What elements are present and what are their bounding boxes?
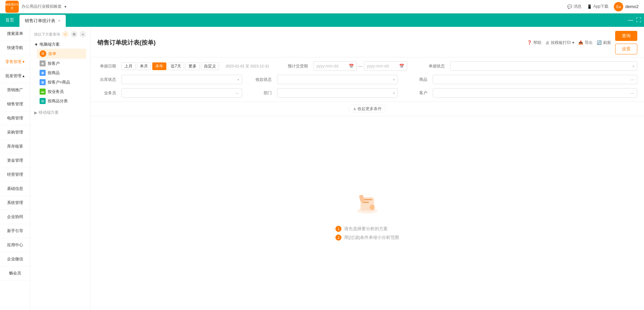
goods-select[interactable]: ··· (433, 75, 637, 84)
title-dropdown[interactable]: ▾ (64, 4, 66, 9)
scheme-goods-icon: ▦ (40, 70, 46, 76)
sidebar-item-ecommerce[interactable]: 电商管理 (0, 111, 30, 125)
expected-date-label: 预计交货期 (288, 63, 308, 69)
sidebar: 搜索菜单 快捷导航 零售管理 ▾ 批发管理 ▴ 营销推广 销售管理 电商管理 采… (0, 27, 30, 310)
scheme-item-customer[interactable]: ◉ 按客户 (37, 59, 86, 68)
user-name: demo2 (625, 4, 639, 9)
sidebar-item-wechat[interactable]: 企业微信 (0, 252, 30, 266)
sidebar-item-apps[interactable]: 应用中心 (0, 238, 30, 252)
top-bar: 畅捷通好生意 办公用品行业模拟账套 ▾ 💬 消息 📱 App下载 Ea demo… (0, 0, 644, 13)
collapse-btn[interactable]: ∧ 收起更多条件 (349, 105, 386, 113)
sidebar-item-marketing[interactable]: 营销推广 (0, 83, 30, 97)
date-btn-lastmonth[interactable]: 上月 (121, 62, 136, 70)
sidebar-item-operations[interactable]: 经营管理 (0, 168, 30, 182)
scheme-items-list: 按 按单 ◉ 按客户 ▦ 按商品 ▦ (34, 49, 86, 106)
out-status-select[interactable]: ▾ (121, 75, 242, 84)
salesperson-select[interactable]: ··· (121, 88, 242, 98)
download-icon: 📱 (587, 4, 592, 9)
scheme-panel: 按以下方案查询 + ⚙ « ▼ 电脑端方案 按 按单 (30, 27, 91, 310)
department-label: 部门 (253, 90, 272, 96)
help-btn[interactable]: ❓ 帮助 (527, 40, 541, 46)
date-btn-group: 上月 本月 本年 近7天 更多 自定义 (121, 62, 219, 70)
sidebar-item-collab[interactable]: 企业协同 (0, 210, 30, 224)
print-dropdown-icon[interactable]: ▾ (572, 40, 574, 45)
scheme-item-customer-goods[interactable]: ▦ 按客户+商品 (37, 78, 86, 87)
date-btn-custom[interactable]: 自定义 (201, 62, 219, 70)
message-btn[interactable]: 💬 消息 (567, 4, 582, 9)
sidebar-item-retail[interactable]: 零售管理 ▾ (0, 55, 30, 69)
app-title: 办公用品行业模拟账套 (21, 4, 62, 9)
sidebar-item-shortcut[interactable]: 快捷导航 (0, 41, 30, 55)
page-actions: ❓ 帮助 🖨 按模板打印 ▾ 📤 导出 🔄 刷新 (527, 31, 637, 54)
empty-hint-1: 1 请先选择要分析的方案 (335, 226, 399, 232)
sidebar-item-wholesale[interactable]: 批发管理 ▴ (0, 69, 30, 83)
status-select[interactable]: ▾ (450, 61, 637, 71)
department-select[interactable]: ▾ (277, 88, 398, 98)
right-panel: 销售订单统计表(按单) ❓ 帮助 🖨 按模板打印 ▾ 📤 导出 (91, 27, 644, 310)
date-btn-7days[interactable]: 近7天 (168, 62, 184, 70)
scheme-pc-section: ▼ 电脑端方案 按 按单 ◉ 按客户 ▦ (30, 40, 90, 107)
sidebar-item-search[interactable]: 搜索菜单 (0, 27, 30, 41)
status-label: 单据状态 (426, 63, 445, 69)
salesperson-dots[interactable]: ··· (235, 90, 239, 96)
top-bar-right: 💬 消息 📱 App下载 Ea demo2 (567, 2, 639, 11)
top-bar-left: 畅捷通好生意 办公用品行业模拟账套 ▾ (5, 1, 66, 13)
sidebar-item-sales[interactable]: 销售管理 (0, 97, 30, 111)
customer-select[interactable]: ··· (433, 88, 637, 98)
calendar-icon-start: 📅 (349, 64, 354, 68)
expected-date-start[interactable]: yyyy-mm-dd 📅 (313, 61, 357, 71)
filter-row-person: 业务员 ··· 部门 ▾ 客户 ··· (97, 88, 637, 98)
settings-btn[interactable]: 设置 (615, 44, 637, 54)
print-icon: 🖨 (545, 40, 549, 45)
query-btn[interactable]: 查询 (615, 31, 637, 41)
refresh-btn[interactable]: 🔄 刷新 (597, 40, 611, 46)
goods-label: 商品 (409, 77, 427, 83)
scheme-item-order[interactable]: 按 按单 (37, 49, 86, 59)
date-btn-more[interactable]: 更多 (185, 62, 200, 70)
out-status-arrow: ▾ (237, 78, 239, 82)
tab-home[interactable]: 首页 (0, 13, 19, 27)
filter-area: 单据日期 上月 本月 本年 近7天 更多 自定义 2023-01-01 至 20… (91, 57, 644, 102)
window-minimize-icon[interactable]: — (628, 17, 633, 23)
calendar-icon-end: 📅 (399, 64, 404, 68)
scheme-cg-icon: ▦ (40, 79, 46, 85)
sidebar-item-guide[interactable]: 新手引导 (0, 224, 30, 238)
sidebar-item-inventory[interactable]: 库存核算 (0, 140, 30, 154)
expected-date-end[interactable]: yyyy-mm-dd 📅 (364, 61, 408, 71)
scheme-sp-icon: ▬ (40, 89, 46, 95)
collapse-row: ∧ 收起更多条件 (91, 102, 644, 116)
user-area[interactable]: Ea demo2 (614, 2, 639, 11)
print-btn[interactable]: 🖨 按模板打印 ▾ (545, 40, 574, 46)
scheme-item-category[interactable]: ▤ 按商品分类 (37, 96, 86, 106)
content-area: 按以下方案查询 + ⚙ « ▼ 电脑端方案 按 按单 (30, 27, 644, 310)
scheme-mobile-section: ▶ 移动端方案 (30, 108, 90, 117)
pay-status-label: 收款状态 (253, 77, 272, 83)
date-btn-thisyear[interactable]: 本年 (152, 62, 166, 70)
collapse-icon: ∧ (353, 107, 356, 111)
app-logo: 畅捷通好生意 (5, 1, 19, 13)
tab-active[interactable]: 销售订单统计表 × (19, 15, 66, 27)
scheme-mobile-title[interactable]: ▶ 移动端方案 (34, 110, 86, 115)
scheme-add-btn[interactable]: + (62, 31, 69, 38)
scheme-item-salesperson[interactable]: ▬ 按业务员 (37, 87, 86, 96)
goods-dots[interactable]: ··· (630, 77, 634, 82)
page-header: 销售订单统计表(按单) ❓ 帮助 🖨 按模板打印 ▾ 📤 导出 (91, 27, 644, 57)
tab-close-btn[interactable]: × (58, 18, 60, 23)
export-btn[interactable]: 📤 导出 (578, 40, 593, 46)
scheme-settings-btn[interactable]: ⚙ (71, 31, 77, 38)
window-maximize-icon[interactable]: ⛶ (636, 17, 641, 23)
svg-rect-5 (359, 195, 365, 202)
sidebar-item-system[interactable]: 系统管理 (0, 196, 30, 210)
salesperson-label: 业务员 (97, 90, 116, 96)
app-download-btn[interactable]: 📱 App下载 (587, 4, 608, 9)
scheme-pc-title[interactable]: ▼ 电脑端方案 (34, 42, 86, 47)
scheme-item-goods[interactable]: ▦ 按商品 (37, 68, 86, 78)
scheme-collapse-btn[interactable]: « (79, 31, 86, 38)
customer-dots[interactable]: ··· (630, 90, 634, 96)
pay-status-select[interactable]: ▾ (277, 75, 398, 84)
sidebar-item-finance[interactable]: 资金管理 (0, 154, 30, 168)
sidebar-item-member[interactable]: 畅会员 (0, 266, 30, 280)
sidebar-item-basic[interactable]: 基础信息 (0, 182, 30, 196)
sidebar-item-purchase[interactable]: 采购管理 (0, 125, 30, 140)
date-btn-thismonth[interactable]: 本月 (137, 62, 151, 70)
